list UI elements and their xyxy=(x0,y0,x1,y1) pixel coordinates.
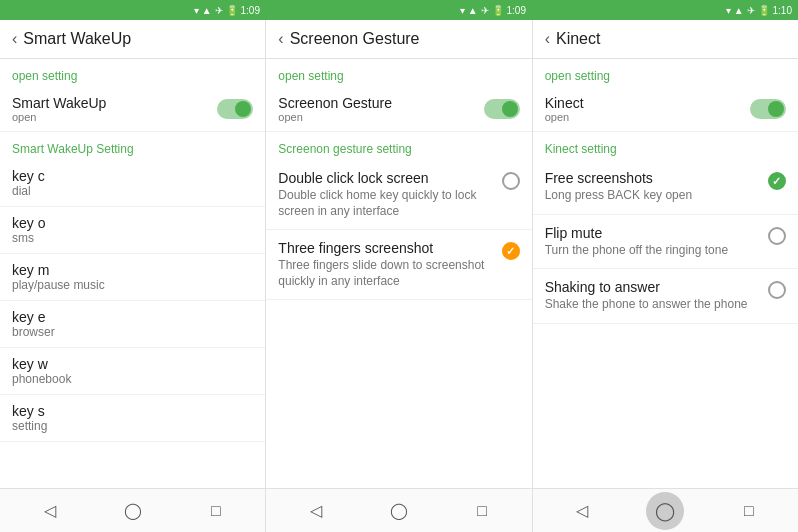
section-label-3: Kinect setting xyxy=(533,132,798,160)
home-nav-btn-3[interactable]: ◯ xyxy=(646,492,684,530)
open-setting-label-3: open setting xyxy=(533,59,798,87)
wifi-icon-1: ▾ xyxy=(194,5,199,16)
gesture-label-three-fingers: Three fingers screenshot xyxy=(278,240,495,256)
gesture-row-shaking[interactable]: Shaking to answer Shake the phone to ans… xyxy=(533,269,798,324)
back-button-3[interactable]: ‹ xyxy=(545,30,550,48)
gesture-label-double-click: Double click lock screen xyxy=(278,170,495,186)
battery-icon-1: 🔋 xyxy=(226,5,238,16)
nav-bar: ◁ ◯ □ ◁ ◯ □ ◁ ◯ □ xyxy=(0,488,798,532)
main-toggle-info-1: Smart WakeUp open xyxy=(12,95,106,123)
main-toggle-label-3: Kinect xyxy=(545,95,584,111)
key-item-o[interactable]: key o sms xyxy=(0,207,265,254)
panel-title-3: Kinect xyxy=(556,30,600,48)
gesture-radio-three-fingers[interactable] xyxy=(502,242,520,260)
key-item-w[interactable]: key w phonebook xyxy=(0,348,265,395)
key-item-m[interactable]: key m play/pause music xyxy=(0,254,265,301)
nav-section-3: ◁ ◯ □ xyxy=(533,489,798,532)
panel-body-2: open setting Screenon Gesture open Scree… xyxy=(266,59,531,488)
time-1: 1:09 xyxy=(241,5,260,16)
gesture-radio-flip-mute[interactable] xyxy=(768,227,786,245)
key-name-o: key o xyxy=(12,215,253,231)
key-value-m: play/pause music xyxy=(12,278,253,292)
panel-title-1: Smart WakeUp xyxy=(23,30,131,48)
back-button-2[interactable]: ‹ xyxy=(278,30,283,48)
key-item-c[interactable]: key c dial xyxy=(0,160,265,207)
panel-header-3: ‹ Kinect xyxy=(533,20,798,59)
main-toggle-info-2: Screenon Gesture open xyxy=(278,95,392,123)
key-name-e: key e xyxy=(12,309,253,325)
panel-body-1: open setting Smart WakeUp open Smart Wak… xyxy=(0,59,265,488)
key-value-w: phonebook xyxy=(12,372,253,386)
toggle-3[interactable] xyxy=(750,99,786,119)
time-3: 1:10 xyxy=(773,5,792,16)
recent-nav-btn-3[interactable]: □ xyxy=(731,493,767,529)
signal-icon-2: ▲ xyxy=(468,5,478,16)
back-nav-btn-3[interactable]: ◁ xyxy=(564,493,600,529)
toggle-thumb-2 xyxy=(502,101,518,117)
recent-nav-btn-1[interactable]: □ xyxy=(198,493,234,529)
panel-smart-wakeup: ‹ Smart WakeUp open setting Smart WakeUp… xyxy=(0,20,266,488)
gesture-row-double-click[interactable]: Double click lock screen Double click ho… xyxy=(266,160,531,230)
gesture-radio-free-screenshots[interactable] xyxy=(768,172,786,190)
time-2: 1:09 xyxy=(507,5,526,16)
toggle-1[interactable] xyxy=(217,99,253,119)
main-toggle-label-2: Screenon Gesture xyxy=(278,95,392,111)
gesture-info-double-click: Double click lock screen Double click ho… xyxy=(278,170,495,219)
status-bar-right: ▾ ▲ ✈ 🔋 1:10 xyxy=(532,0,798,20)
home-nav-btn-1[interactable]: ◯ xyxy=(115,493,151,529)
key-name-s: key s xyxy=(12,403,253,419)
back-button-1[interactable]: ‹ xyxy=(12,30,17,48)
key-item-s[interactable]: key s setting xyxy=(0,395,265,442)
key-value-s: setting xyxy=(12,419,253,433)
wifi-icon-2: ▾ xyxy=(460,5,465,16)
main-toggle-row-2[interactable]: Screenon Gesture open xyxy=(266,87,531,132)
main-toggle-row-3[interactable]: Kinect open xyxy=(533,87,798,132)
section-label-2: Screenon gesture setting xyxy=(266,132,531,160)
status-bar-mid: ▾ ▲ ✈ 🔋 1:09 xyxy=(266,0,532,20)
main-toggle-info-3: Kinect open xyxy=(545,95,584,123)
gesture-row-three-fingers[interactable]: Three fingers screenshot Three fingers s… xyxy=(266,230,531,300)
key-value-e: browser xyxy=(12,325,253,339)
gesture-info-shaking: Shaking to answer Shake the phone to ans… xyxy=(545,279,762,313)
recent-nav-btn-2[interactable]: □ xyxy=(464,493,500,529)
key-name-w: key w xyxy=(12,356,253,372)
status-bar: ▾ ▲ ✈ 🔋 1:09 ▾ ▲ ✈ 🔋 1:09 ▾ ▲ ✈ 🔋 1:10 xyxy=(0,0,798,20)
section-label-1: Smart WakeUp Setting xyxy=(0,132,265,160)
battery-icon-2: 🔋 xyxy=(492,5,504,16)
key-name-m: key m xyxy=(12,262,253,278)
signal-icon-1: ▲ xyxy=(202,5,212,16)
gesture-radio-double-click[interactable] xyxy=(502,172,520,190)
gesture-row-free-screenshots[interactable]: Free screenshots Long press BACK key ope… xyxy=(533,160,798,215)
gesture-sublabel-free-screenshots: Long press BACK key open xyxy=(545,188,762,204)
gesture-info-free-screenshots: Free screenshots Long press BACK key ope… xyxy=(545,170,762,204)
panels: ‹ Smart WakeUp open setting Smart WakeUp… xyxy=(0,20,798,488)
main-toggle-row-1[interactable]: Smart WakeUp open xyxy=(0,87,265,132)
gesture-sublabel-double-click: Double click home key quickly to lock sc… xyxy=(278,188,495,219)
back-nav-btn-1[interactable]: ◁ xyxy=(32,493,68,529)
panel-title-2: Screenon Gesture xyxy=(290,30,420,48)
main-toggle-sublabel-2: open xyxy=(278,111,392,123)
open-setting-label-1: open setting xyxy=(0,59,265,87)
key-name-c: key c xyxy=(12,168,253,184)
home-nav-btn-2[interactable]: ◯ xyxy=(381,493,417,529)
status-bar-left: ▾ ▲ ✈ 🔋 1:09 xyxy=(0,0,266,20)
gesture-sublabel-flip-mute: Turn the phone off the ringing tone xyxy=(545,243,762,259)
wifi-icon-3: ▾ xyxy=(726,5,731,16)
key-value-c: dial xyxy=(12,184,253,198)
key-item-e[interactable]: key e browser xyxy=(0,301,265,348)
battery-icon-3: 🔋 xyxy=(758,5,770,16)
gesture-row-flip-mute[interactable]: Flip mute Turn the phone off the ringing… xyxy=(533,215,798,270)
toggle-2[interactable] xyxy=(484,99,520,119)
gesture-radio-shaking[interactable] xyxy=(768,281,786,299)
signal-icon-3: ▲ xyxy=(734,5,744,16)
nav-section-1: ◁ ◯ □ xyxy=(0,489,265,532)
back-nav-btn-2[interactable]: ◁ xyxy=(298,493,334,529)
panel-header-1: ‹ Smart WakeUp xyxy=(0,20,265,59)
panel-kinect: ‹ Kinect open setting Kinect open Kinect… xyxy=(533,20,798,488)
main-toggle-sublabel-1: open xyxy=(12,111,106,123)
gesture-label-shaking: Shaking to answer xyxy=(545,279,762,295)
panel-header-2: ‹ Screenon Gesture xyxy=(266,20,531,59)
gesture-label-free-screenshots: Free screenshots xyxy=(545,170,762,186)
airplane-icon-3: ✈ xyxy=(747,5,755,16)
main-toggle-label-1: Smart WakeUp xyxy=(12,95,106,111)
